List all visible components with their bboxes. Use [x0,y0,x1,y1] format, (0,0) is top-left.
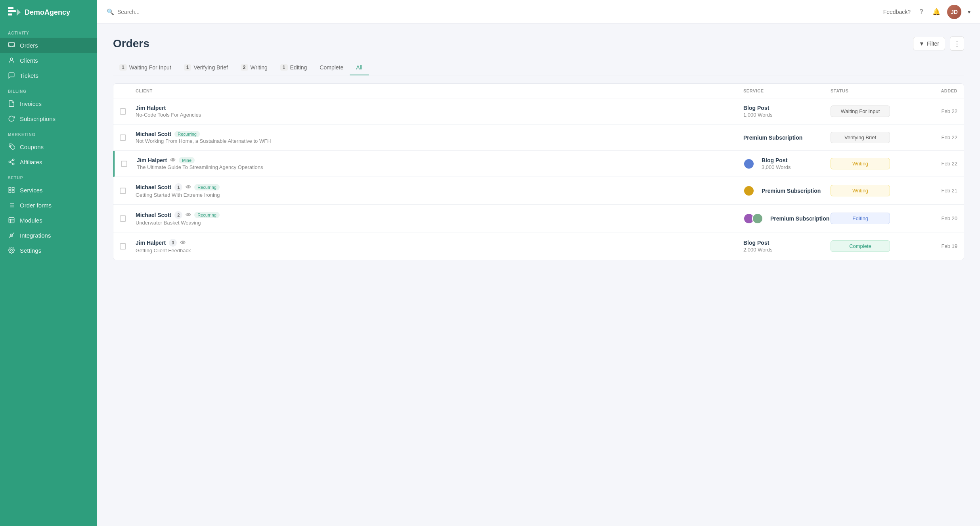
service-name: Blog Post [743,105,772,111]
added-cell: Feb 22 [910,161,957,167]
header-status: STATUS [831,88,910,93]
added-cell: Feb 21 [910,188,957,194]
service-cell: Blog Post 3,000 Words [743,157,831,170]
client-name: Jim Halpert [136,105,743,111]
sidebar-label-subscriptions: Subscriptions [20,115,56,122]
added-cell: Feb 19 [910,243,957,249]
sidebar-item-subscriptions[interactable]: Subscriptions [0,111,97,126]
filter-icon: ▼ [919,40,924,47]
svg-point-7 [12,159,14,161]
refresh-icon [8,115,15,122]
table-row[interactable]: Michael Scott Recurring Not Working From… [113,125,964,151]
badge-mine: Mine [179,157,195,163]
tab-badge-writing: 2 [241,64,248,71]
avatars-group [743,158,754,169]
row-checkbox[interactable] [120,108,126,115]
file-icon [8,100,15,107]
person-icon [8,57,15,64]
sidebar-item-services[interactable]: Services [0,182,97,198]
client-cell: Michael Scott 1👁Recurring Getting Starte… [136,183,743,198]
row-checkbox[interactable] [120,215,126,222]
row-checkbox-cell [120,134,136,141]
svg-point-27 [11,250,13,251]
sidebar-label-invoices: Invoices [20,100,42,107]
tab-badge-verifying: 1 [184,64,191,71]
sidebar-item-tickets[interactable]: Tickets [0,68,97,83]
row-checkbox[interactable] [120,188,126,194]
eye-icon: 👁 [186,212,191,218]
chat-icon [8,72,15,79]
avatars-group [743,185,754,196]
tab-complete[interactable]: Complete [313,60,350,75]
sidebar-item-invoices[interactable]: Invoices [0,96,97,111]
client-subtitle: Getting Client Feedback [136,248,743,253]
avatar-dropdown-arrow[interactable]: ▾ [968,9,970,15]
tag-icon [8,143,15,150]
sidebar-label-tickets: Tickets [20,72,38,79]
feedback-button[interactable]: Feedback? [883,9,911,15]
filter-button[interactable]: ▼ Filter [913,37,945,50]
help-icon[interactable]: ? [917,8,926,16]
sidebar-item-order-forms[interactable]: Order forms [0,198,97,213]
service-detail: 1,000 Words [743,112,772,118]
sidebar-item-orders[interactable]: Orders [0,38,97,53]
added-cell: Feb 22 [910,134,957,140]
status-badge: Writing [831,185,890,196]
tab-label-waiting: Waiting For Input [129,64,171,71]
row-checkbox-cell [120,243,136,250]
more-options-button[interactable]: ⋮ [950,36,964,51]
search-input[interactable] [117,9,265,15]
tab-all[interactable]: All [350,60,369,75]
row-checkbox[interactable] [120,243,126,250]
table-row[interactable]: Michael Scott 1👁Recurring Getting Starte… [113,177,964,205]
status-badge: Writing [831,158,890,169]
list-icon [8,202,15,209]
svg-point-9 [12,163,14,165]
svg-rect-14 [9,191,11,193]
table-row[interactable]: Jim Halpert 3👁 Getting Client Feedback B… [113,232,964,260]
sidebar-item-coupons[interactable]: Coupons [0,139,97,154]
tab-verifying[interactable]: 1Verifying Brief [178,60,234,75]
sidebar-item-integrations[interactable]: Integrations [0,228,97,243]
header-checkbox [120,88,136,93]
sidebar-label-affiliates: Affiliates [20,159,42,165]
table-row[interactable]: Jim Halpert 👁Mine The Ultimate Guide To … [113,151,964,177]
filter-label: Filter [927,40,939,47]
sidebar-section-marketing: MARKETING [0,126,97,139]
client-subtitle: Not Working From Home, a Sustainable Alt… [136,138,743,144]
notification-icon[interactable]: 🔔 [932,8,941,16]
tab-editing[interactable]: 1Editing [274,60,314,75]
client-subtitle: The Ultimate Guide To Streamlining Agenc… [137,164,743,170]
badge-number: 3 [169,239,177,247]
table-body: Jim Halpert No-Code Tools For Agencies B… [113,98,964,260]
sidebar-item-clients[interactable]: Clients [0,53,97,68]
tab-waiting[interactable]: 1Waiting For Input [113,60,178,75]
table-row[interactable]: Michael Scott 2👁Recurring Underwater Bas… [113,205,964,232]
table-row[interactable]: Jim Halpert No-Code Tools For Agencies B… [113,98,964,125]
user-avatar[interactable]: JD [947,5,961,19]
svg-line-11 [10,160,12,161]
client-cell: Jim Halpert No-Code Tools For Agencies [136,105,743,118]
status-cell: Writing [831,158,910,169]
avatar [752,213,763,224]
row-checkbox[interactable] [120,134,126,141]
sidebar-item-affiliates[interactable]: Affiliates [0,154,97,169]
page-actions: ▼ Filter ⋮ [913,36,964,51]
svg-rect-13 [12,187,14,189]
tab-writing[interactable]: 2Writing [234,60,274,75]
client-name: Michael Scott 2👁Recurring [136,211,743,219]
svg-rect-12 [9,187,11,189]
logo-icon [8,7,21,17]
sidebar-item-modules[interactable]: Modules [0,213,97,228]
tabs-bar: 1Waiting For Input1Verifying Brief2Writi… [113,60,964,75]
sidebar-section-billing: BILLING [0,83,97,96]
plug-icon [8,232,15,239]
added-cell: Feb 20 [910,215,957,221]
status-badge: Complete [831,240,890,252]
share-icon [8,158,15,165]
row-checkbox-cell [120,215,136,222]
client-cell: Michael Scott 2👁Recurring Underwater Bas… [136,211,743,226]
sidebar-item-settings[interactable]: Settings [0,243,97,258]
row-checkbox[interactable] [121,161,127,167]
topbar-right: Feedback? ? 🔔 JD ▾ [883,5,970,19]
